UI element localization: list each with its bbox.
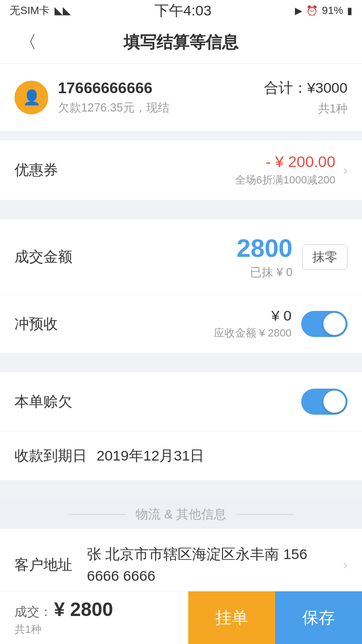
bill-debt-label: 本单赊欠 <box>14 392 72 412</box>
content: 👤 17666666666 欠款1276.35元，现结 合计：¥3000 共1种… <box>0 64 362 644</box>
total-count: 共1种 <box>264 101 348 116</box>
logistics-divider: 物流 & 其他信息 <box>0 500 362 529</box>
bottom-count: 共1种 <box>14 622 174 637</box>
amount-number: 2800 <box>237 234 292 263</box>
status-time: 下午4:03 <box>154 1 211 21</box>
separator-1 <box>0 210 362 219</box>
prepay-value-wrap: ¥ 0 应收金额 ¥ 2800 <box>214 308 292 340</box>
customer-left: 👤 17666666666 欠款1276.35元，现结 <box>14 79 169 115</box>
logistics-line-right <box>236 514 294 515</box>
wifi-icon: ◣◣ <box>55 4 71 17</box>
sim-label: 无SIM卡 <box>10 3 50 18</box>
bill-row: 本单赊欠 <box>0 372 362 431</box>
customer-card: 👤 17666666666 欠款1276.35元，现结 合计：¥3000 共1种 <box>0 64 362 131</box>
avatar: 👤 <box>14 81 48 114</box>
page-title: 填写结算等信息 <box>124 31 238 54</box>
hang-button[interactable]: 挂单 <box>188 591 275 644</box>
discount-label: 优惠券 <box>14 160 58 180</box>
battery-label: 91% <box>322 4 343 17</box>
chevron-right-icon: › <box>343 163 348 178</box>
address-chevron-icon: › <box>343 557 348 573</box>
prepay-right: ¥ 0 应收金额 ¥ 2800 <box>214 308 348 340</box>
address-value: 张 北京市市辖区海淀区永丰南 156 6666 6666 <box>87 543 335 587</box>
logistics-line-left <box>68 514 126 515</box>
amount-section: 成交金额 2800 已抹 ¥ 0 抹零 冲预收 ¥ 0 应收金额 ¥ 2800 <box>0 219 362 353</box>
amount-label: 成交金额 <box>14 247 72 267</box>
amount-row: 成交金额 2800 已抹 ¥ 0 抹零 <box>0 219 362 294</box>
discount-right: - ¥ 200.00 全场6折满1000减200 › <box>235 153 348 187</box>
address-label: 客户地址 <box>14 555 72 575</box>
discount-section: 优惠券 - ¥ 200.00 全场6折满1000减200 › <box>0 140 362 200</box>
duedate-row: 收款到期日 2019年12月31日 <box>0 431 362 480</box>
duedate-label: 收款到期日 <box>14 446 87 466</box>
status-bar: 无SIM卡 ◣◣ 下午4:03 ▶ ⏰ 91% ▮ <box>0 0 362 21</box>
bottom-deal-label: 成交： <box>14 603 52 620</box>
separator-2 <box>0 363 362 372</box>
separator-3 <box>0 490 362 500</box>
customer-debt: 欠款1276.35元，现结 <box>58 100 169 115</box>
prepay-sub: 应收金额 ¥ 2800 <box>214 326 292 340</box>
discount-amount: - ¥ 200.00 <box>235 153 335 171</box>
toggle-knob <box>323 313 346 335</box>
amount-sub: 已抹 ¥ 0 <box>237 265 292 280</box>
bill-toggle-knob <box>323 391 346 413</box>
logistics-text: 物流 & 其他信息 <box>68 506 294 523</box>
prepay-label: 冲预收 <box>14 314 58 334</box>
save-button[interactable]: 保存 <box>275 591 362 644</box>
total-amount: 合计：¥3000 <box>264 78 348 98</box>
location-icon: ▶ <box>295 5 302 16</box>
status-left: 无SIM卡 ◣◣ <box>10 3 71 18</box>
duedate-value: 2019年12月31日 <box>97 446 204 466</box>
battery-icon: ▮ <box>347 5 352 16</box>
discount-row[interactable]: 优惠券 - ¥ 200.00 全场6折满1000减200 › <box>0 140 362 200</box>
prepay-row: 冲预收 ¥ 0 应收金额 ¥ 2800 <box>0 294 362 353</box>
alarm-icon: ⏰ <box>306 5 318 16</box>
nav-bar: 〈 填写结算等信息 <box>0 21 362 64</box>
back-button[interactable]: 〈 <box>14 26 42 59</box>
customer-info: 17666666666 欠款1276.35元，现结 <box>58 79 169 115</box>
bill-debt-section: 本单赊欠 收款到期日 2019年12月31日 <box>0 372 362 480</box>
bottom-bar: 成交： ¥ 2800 共1种 挂单 保存 <box>0 591 362 644</box>
status-right: ▶ ⏰ 91% ▮ <box>295 4 352 17</box>
amount-value-wrap: 2800 已抹 ¥ 0 抹零 <box>237 234 348 280</box>
bottom-info: 成交： ¥ 2800 共1种 <box>0 599 188 637</box>
discount-desc: 全场6折满1000减200 <box>235 173 335 187</box>
prepay-value: ¥ 0 <box>214 308 292 324</box>
customer-phone: 17666666666 <box>58 79 169 97</box>
customer-right: 合计：¥3000 共1种 <box>264 78 348 116</box>
address-row[interactable]: 客户地址 张 北京市市辖区海淀区永丰南 156 6666 6666 › <box>0 529 362 601</box>
round-button[interactable]: 抹零 <box>302 244 348 270</box>
avatar-icon: 👤 <box>23 89 41 106</box>
logistics-label: 物流 & 其他信息 <box>136 506 226 523</box>
bill-debt-toggle[interactable] <box>301 389 348 415</box>
prepay-toggle[interactable] <box>301 311 348 337</box>
bottom-amount: ¥ 2800 <box>54 599 113 620</box>
